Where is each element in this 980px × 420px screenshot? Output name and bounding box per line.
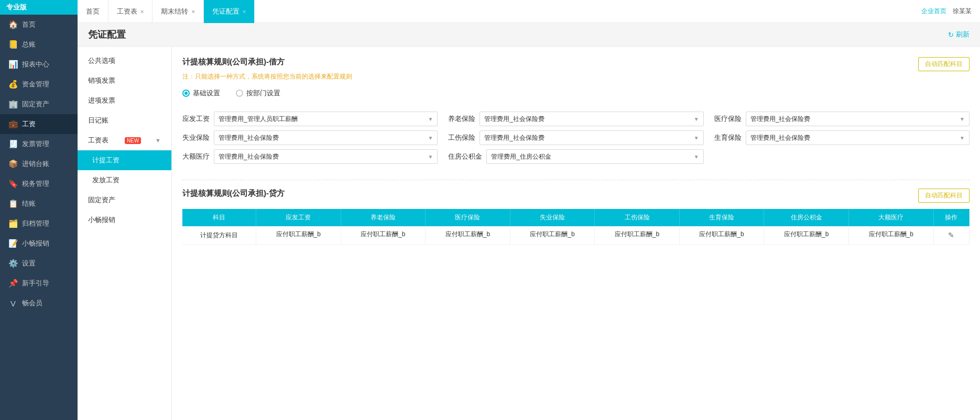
debit-form-select-arrow-0-1: ▼	[694, 116, 699, 122]
tab-close-salary-table[interactable]: ×	[140, 8, 144, 15]
sidebar-icon-home: 🏠	[8, 20, 18, 29]
sidebar-icon-inventory: 📦	[8, 159, 18, 169]
debit-form-select-0-0[interactable]: 管理费用_管理人员职工薪酬 ▼	[214, 112, 438, 126]
sidebar-item-tax[interactable]: 🔖税务管理	[0, 174, 78, 194]
debit-section: 计提核算规则(公司承担)-借方 注：只能选择一种方式，系统将按照您当前的选择来配…	[182, 57, 970, 164]
credit-col-header-7: 住房公积金	[764, 209, 849, 226]
sidebar-icon-reports: 📊	[8, 60, 18, 69]
credit-cell-text-0-7: 应付职工薪酬_b	[869, 230, 913, 239]
sidebar-icon-settings: ⚙️	[8, 259, 18, 268]
tab-period-end[interactable]: 期末结转 ×	[153, 0, 203, 23]
credit-section-header: 计提核算规则(公司承担)-贷方 自动匹配科目	[182, 189, 970, 204]
left-nav-label-journal: 日记账	[88, 116, 108, 125]
tab-close-period-end[interactable]: ×	[191, 8, 194, 15]
credit-cell-0-1: 应付职工薪酬_b	[341, 226, 426, 245]
left-nav-item-pay-salary[interactable]: 发放工资	[78, 170, 171, 190]
debit-form-select-1-0[interactable]: 管理费用_社会保险费 ▼	[214, 130, 438, 145]
topbar: 首页工资表 ×期末结转 ×凭证配置 × 企业首页 徐某某	[78, 0, 980, 23]
sidebar-item-settings[interactable]: ⚙️设置	[0, 253, 78, 273]
radio-group: 基础设置 按部门设置	[182, 89, 918, 98]
radio-dept[interactable]: 按部门设置	[236, 89, 280, 98]
tab-label-period-end: 期末结转	[161, 7, 188, 16]
radio-basic-label: 基础设置	[193, 89, 220, 98]
left-nav-label-xiaochang-nav: 小畅报销	[88, 215, 115, 225]
main-content: 首页工资表 ×期末结转 ×凭证配置 × 企业首页 徐某某 凭证配置 ↻ 刷新 公…	[78, 0, 980, 420]
left-nav-item-public[interactable]: 公共选项	[78, 51, 171, 71]
credit-cell-text-0-3: 应付职工薪酬_b	[530, 230, 574, 239]
tab-salary-table[interactable]: 工资表 ×	[108, 0, 153, 23]
sidebar-label-xiaochang: 小畅报销	[22, 239, 49, 248]
sidebar-item-assets[interactable]: 🏢固定资产	[0, 94, 78, 114]
sidebar-item-xiaochang[interactable]: 📝小畅报销	[0, 234, 78, 253]
tab-voucher-config[interactable]: 凭证配置 ×	[204, 0, 255, 23]
sidebar-item-archive[interactable]: 🗂️归档管理	[0, 214, 78, 234]
sidebar-item-member[interactable]: V畅会员	[0, 293, 78, 313]
sidebar-item-invoice[interactable]: 🧾发票管理	[0, 134, 78, 154]
sidebar-item-ledger[interactable]: 📒总账	[0, 35, 78, 54]
tab-close-voucher-config[interactable]: ×	[243, 8, 246, 15]
sidebar-item-reports[interactable]: 📊报表中心	[0, 54, 78, 74]
radio-basic-circle	[182, 90, 190, 97]
debit-form-select-text-2-1: 管理费用_住房公积金	[491, 152, 551, 161]
tab-home[interactable]: 首页	[78, 0, 108, 23]
debit-form-select-text-1-2: 管理费用_社会保险费	[750, 134, 811, 142]
credit-cell-0-3: 应付职工薪酬_b	[510, 226, 595, 245]
credit-row-action-0[interactable]: ✎	[933, 226, 969, 245]
sidebar-item-home[interactable]: 🏠首页	[0, 15, 78, 35]
credit-cell-0-4: 应付职工薪酬_b	[595, 226, 680, 245]
debit-form-select-1-1[interactable]: 管理费用_社会保险费 ▼	[480, 130, 703, 145]
debit-form-select-2-1[interactable]: 管理费用_住房公积金 ▼	[486, 149, 703, 164]
debit-form-row-0: 应发工资 管理费用_管理人员职工薪酬 ▼ 养老保险 管理费用_社会保险费 ▼ 医…	[182, 112, 970, 126]
left-nav-label-entry-invoice: 进项发票	[88, 96, 115, 105]
debit-form-row-1: 失业保险 管理费用_社会保险费 ▼ 工伤保险 管理费用_社会保险费 ▼ 生育保险…	[182, 130, 970, 145]
debit-form-item-2-1: 住房公积金 管理费用_住房公积金 ▼	[448, 149, 703, 164]
left-nav-item-calc-salary[interactable]: 计提工资	[78, 150, 171, 170]
credit-cell-0-6: 应付职工薪酬_b	[764, 226, 849, 245]
left-nav-item-xiaochang-nav[interactable]: 小畅报销	[78, 210, 171, 230]
debit-form-select-0-2[interactable]: 管理费用_社会保险费 ▼	[746, 112, 970, 126]
credit-col-header-2: 养老保险	[341, 209, 426, 226]
left-nav-item-journal[interactable]: 日记账	[78, 110, 171, 130]
left-nav-item-fixed-assets-nav[interactable]: 固定资产	[78, 190, 171, 210]
debit-form-select-arrow-2-0: ▼	[428, 154, 433, 160]
content-area: 公共选项销项发票进项发票日记账工资表NEW▼计提工资发放工资固定资产小畅报销 计…	[78, 47, 980, 420]
sidebar-item-inventory[interactable]: 📦进销台账	[0, 154, 78, 174]
sidebar-label-guide: 新手引导	[22, 279, 49, 288]
sidebar-icon-invoice: 🧾	[8, 139, 18, 149]
sidebar-item-guide[interactable]: 📌新手引导	[0, 273, 78, 293]
credit-auto-match-button[interactable]: 自动匹配科目	[918, 189, 970, 203]
debit-form-label-0-2: 医疗保险	[714, 114, 742, 124]
sidebar-label-inventory: 进销台账	[22, 159, 49, 169]
enterprise-label[interactable]: 企业首页	[921, 7, 946, 16]
credit-cell-text-0-0: 应付职工薪酬_b	[276, 230, 321, 239]
sidebar-label-invoice: 发票管理	[22, 139, 49, 149]
credit-col-header-5: 工伤保险	[595, 209, 680, 226]
debit-form-select-arrow-1-0: ▼	[428, 135, 433, 141]
sidebar-item-salary[interactable]: 💼工资	[0, 114, 78, 134]
left-nav-item-salary-table-nav[interactable]: 工资表NEW▼	[78, 130, 171, 150]
left-nav-item-entry-invoice[interactable]: 进项发票	[78, 91, 171, 110]
debit-form-select-arrow-1-2: ▼	[960, 135, 965, 141]
credit-section-title: 计提核算规则(公司承担)-贷方	[182, 189, 918, 198]
sidebar-icon-member: V	[8, 299, 18, 308]
debit-form-select-0-1[interactable]: 管理费用_社会保险费 ▼	[480, 112, 703, 126]
debit-auto-match-button[interactable]: 自动匹配科目	[918, 57, 970, 71]
radio-dept-circle	[236, 90, 243, 97]
sidebar-item-funds[interactable]: 💰资金管理	[0, 74, 78, 94]
sidebar-label-archive: 归档管理	[22, 219, 49, 228]
left-nav-item-cancel-invoice[interactable]: 销项发票	[78, 71, 171, 91]
credit-cell-text-0-2: 应付职工薪酬_b	[445, 230, 490, 239]
debit-form-select-1-2[interactable]: 管理费用_社会保险费 ▼	[746, 130, 970, 145]
debit-form-item-1-0: 失业保险 管理费用_社会保险费 ▼	[182, 130, 438, 145]
edition-label: 专业版	[6, 3, 27, 12]
credit-section-left: 计提核算规则(公司承担)-贷方	[182, 189, 918, 204]
debit-form-select-2-0[interactable]: 管理费用_社会保险费 ▼	[214, 149, 438, 164]
debit-section-title: 计提核算规则(公司承担)-借方	[182, 57, 918, 67]
debit-form-item-2-0: 大额医疗 管理费用_社会保险费 ▼	[182, 149, 438, 164]
sidebar-icon-salary: 💼	[8, 119, 18, 129]
radio-basic[interactable]: 基础设置	[182, 89, 220, 98]
edit-icon-0[interactable]: ✎	[948, 231, 954, 239]
sidebar-label-funds: 资金管理	[22, 80, 49, 89]
sidebar-item-closing[interactable]: 📋结账	[0, 194, 78, 214]
refresh-button[interactable]: ↻ 刷新	[948, 30, 970, 39]
